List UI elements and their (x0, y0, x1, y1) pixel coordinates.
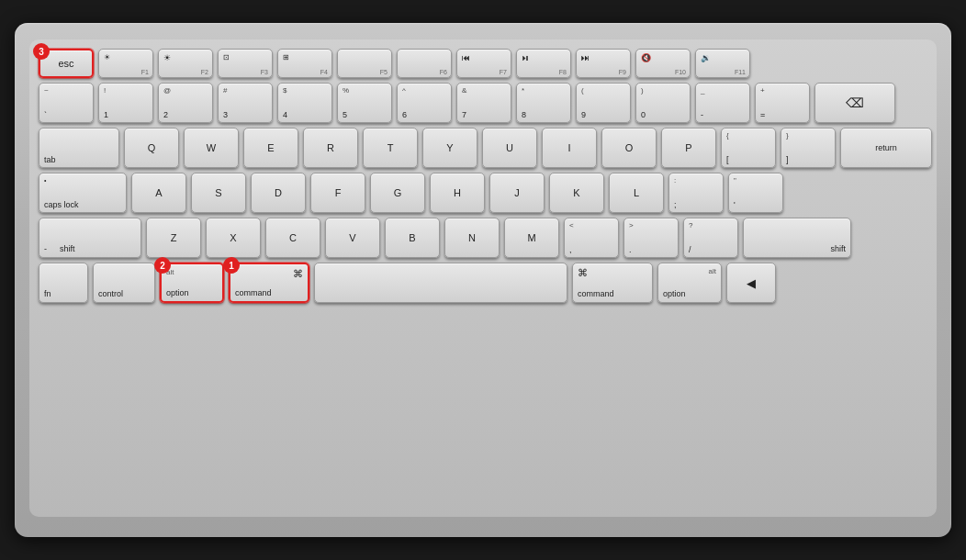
key-shift-right[interactable]: shift (743, 218, 851, 258)
key-h[interactable]: H (430, 173, 485, 213)
key-f6[interactable]: F6 (397, 49, 452, 78)
key-6[interactable]: ^ 6 (397, 83, 452, 123)
key-j[interactable]: J (489, 173, 545, 213)
keyboard-container: 3 esc ☀ F1 ☀ F2 ⊡ F3 ⊞ F4 (15, 23, 951, 537)
key-d[interactable]: D (251, 173, 306, 213)
key-equals[interactable]: + = (755, 83, 810, 123)
key-0[interactable]: ) 0 (635, 83, 691, 123)
key-minus[interactable]: _ - (695, 83, 750, 123)
key-tab[interactable]: tab (39, 128, 119, 168)
key-1[interactable]: ! 1 (98, 83, 153, 123)
number-row: ~ ` ! 1 @ 2 # 3 $ 4 % 5 (39, 83, 927, 123)
key-9[interactable]: ( 9 (576, 83, 631, 123)
key-w[interactable]: W (184, 128, 239, 168)
asdf-row: • caps lock A S D F G H J K L : ; " ' (39, 173, 927, 213)
key-esc[interactable]: 3 esc (39, 49, 94, 78)
key-fn[interactable]: fn (39, 263, 88, 303)
key-option-left[interactable]: 2 alt option (160, 263, 224, 303)
key-g[interactable]: G (370, 173, 425, 213)
key-8[interactable]: * 8 (516, 83, 571, 123)
key-v[interactable]: V (325, 218, 380, 258)
key-tilde[interactable]: ~ ` (39, 83, 94, 123)
key-l[interactable]: L (609, 173, 664, 213)
key-f7[interactable]: ⏮ F7 (456, 49, 511, 78)
key-i[interactable]: I (542, 128, 597, 168)
badge-3: 3 (33, 43, 50, 60)
esc-label: esc (58, 58, 73, 69)
key-q[interactable]: Q (124, 128, 179, 168)
key-backspace[interactable]: ⌫ (814, 83, 895, 123)
key-o[interactable]: O (601, 128, 657, 168)
key-r[interactable]: R (303, 128, 358, 168)
key-f9[interactable]: ⏭ F9 (576, 49, 631, 78)
badge-1: 1 (223, 257, 240, 274)
key-2[interactable]: @ 2 (158, 83, 213, 123)
key-f[interactable]: F (310, 173, 365, 213)
key-4[interactable]: $ 4 (277, 83, 332, 123)
key-f11[interactable]: 🔉 F11 (695, 49, 750, 78)
key-slash[interactable]: ? / (683, 218, 738, 258)
key-s[interactable]: S (191, 173, 246, 213)
key-c[interactable]: C (265, 218, 320, 258)
key-control[interactable]: control (93, 263, 155, 303)
key-return[interactable]: return (840, 128, 932, 168)
key-m[interactable]: M (504, 218, 559, 258)
key-b[interactable]: B (385, 218, 440, 258)
key-k[interactable]: K (549, 173, 604, 213)
key-7[interactable]: & 7 (456, 83, 511, 123)
key-z[interactable]: Z (146, 218, 201, 258)
qwerty-row: tab Q W E R T Y U I O P { [ } ] return (39, 128, 927, 168)
key-f4[interactable]: ⊞ F4 (277, 49, 332, 78)
key-y[interactable]: Y (422, 128, 477, 168)
key-arrow-left[interactable]: ◀ (726, 263, 776, 303)
key-t[interactable]: T (363, 128, 418, 168)
key-p[interactable]: P (661, 128, 716, 168)
key-3[interactable]: # 3 (218, 83, 273, 123)
key-semicolon[interactable]: : ; (668, 173, 724, 213)
key-a[interactable]: A (131, 173, 186, 213)
key-capslock[interactable]: • caps lock (39, 173, 127, 213)
key-space[interactable] (314, 263, 567, 303)
key-rbracket[interactable]: } ] (781, 128, 836, 168)
zxcv-row: - shift Z X C V B N M < , > . ? / shif (39, 218, 927, 258)
key-command-right[interactable]: ⌘ command (572, 263, 653, 303)
key-quote[interactable]: " ' (728, 173, 783, 213)
key-period[interactable]: > . (623, 218, 679, 258)
key-command-left[interactable]: 1 ⌘ command (229, 263, 309, 303)
key-f3[interactable]: ⊡ F3 (218, 49, 273, 78)
key-e[interactable]: E (243, 128, 298, 168)
badge-2: 2 (154, 257, 171, 274)
key-f1[interactable]: ☀ F1 (98, 49, 153, 78)
fn-row: 3 esc ☀ F1 ☀ F2 ⊡ F3 ⊞ F4 (39, 49, 927, 78)
key-f5[interactable]: F5 (337, 49, 392, 78)
key-lbracket[interactable]: { [ (721, 128, 776, 168)
bottom-row: fn control 2 alt option 1 ⌘ command ⌘ co… (39, 263, 927, 303)
key-comma[interactable]: < , (564, 218, 619, 258)
key-n[interactable]: N (444, 218, 500, 258)
keyboard-body: 3 esc ☀ F1 ☀ F2 ⊡ F3 ⊞ F4 (29, 39, 937, 517)
key-5[interactable]: % 5 (337, 83, 392, 123)
key-x[interactable]: X (206, 218, 261, 258)
key-f2[interactable]: ☀ F2 (158, 49, 213, 78)
key-f10[interactable]: 🔇 F10 (635, 49, 691, 78)
key-option-right[interactable]: alt option (657, 263, 722, 303)
key-shift-left[interactable]: - shift (39, 218, 141, 258)
key-f8[interactable]: ⏯ F8 (516, 49, 571, 78)
key-u[interactable]: U (482, 128, 537, 168)
